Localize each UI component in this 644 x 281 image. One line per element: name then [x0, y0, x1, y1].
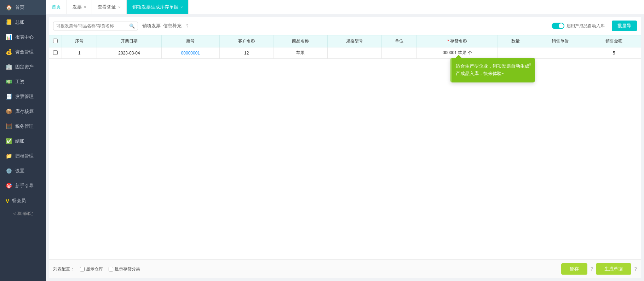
sidebar-item-invoice[interactable]: 🧾 发票管理 [0, 89, 46, 104]
search-icon: 🔍 [129, 23, 135, 29]
ledger-icon: 📒 [6, 19, 12, 25]
select-all-checkbox[interactable] [53, 39, 58, 43]
sidebar-item-label: 归档管理 [15, 153, 34, 159]
header-date: 开票日期 [97, 35, 161, 47]
tax-icon: 🧮 [6, 123, 12, 130]
sidebar-item-tax[interactable]: 🧮 税务管理 [0, 119, 46, 134]
tab-inventory-doc[interactable]: 销项发票生成库存单据 × [127, 0, 189, 14]
sidebar-item-archive[interactable]: 📁 归档管理 [0, 149, 46, 164]
sidebar-item-label: 资金管理 [15, 49, 34, 55]
sidebar-item-assets[interactable]: 🏢 固定资产 [0, 59, 46, 74]
sidebar-item-label: 发票管理 [15, 93, 34, 100]
info-label: 销项发票_信息补充 [142, 23, 182, 29]
tab-inventory-doc-close[interactable]: × [180, 5, 183, 9]
sidebar-item-salary[interactable]: 💵 工资 [0, 74, 46, 89]
search-box[interactable]: 🔍 [53, 22, 138, 30]
table-row: 1 2023-03-04 00000001 12 苹果 000001 苹果 个 … [49, 47, 641, 59]
toggle-label: 启用产成品自动入库 [567, 23, 605, 29]
header-spec: 规格型号 [328, 35, 382, 47]
sidebar-item-funds[interactable]: 💰 资金管理 [0, 45, 46, 59]
sidebar-item-label: 固定资产 [15, 64, 34, 70]
sidebar-item-label: 工资 [15, 79, 24, 85]
data-table: 序号 开票日期 票号 客户名称 商品名称 规格型号 单位 * 存货名称 数量 销… [49, 35, 641, 59]
search-input[interactable] [56, 23, 128, 28]
row-seq: 1 [62, 47, 97, 59]
ticket-no-link[interactable]: 00000001 [181, 51, 200, 56]
show-warehouse-text: 显示仓库 [86, 266, 103, 272]
sidebar-item-label: 设置 [15, 168, 24, 174]
row-unit-price [533, 47, 587, 59]
tab-invoice-close[interactable]: × [84, 5, 86, 9]
funds-icon: 💰 [6, 49, 12, 55]
row-unit [381, 47, 416, 59]
tab-invoice-label: 发票 [73, 4, 82, 10]
sidebar-item-label: 税务管理 [15, 123, 34, 130]
show-category-checkbox[interactable] [109, 267, 113, 271]
header-qty: 数量 [498, 35, 533, 47]
row-product: 苹果 [274, 47, 328, 59]
auto-import-toggle[interactable] [552, 23, 564, 29]
tooltip-close-button[interactable]: × [529, 61, 531, 68]
sidebar-item-home[interactable]: 🏠 首页 [0, 0, 46, 15]
sidebar-item-label: 总账 [15, 19, 24, 25]
invoice-icon: 🧾 [6, 93, 12, 100]
save-button[interactable]: 暂存 [561, 263, 587, 275]
header-ticket-no: 票号 [161, 35, 219, 47]
pin-label: 取消固定 [17, 211, 33, 216]
header-inventory: * 存货名称 [417, 35, 498, 47]
tab-voucher-label: 查看凭证 [98, 4, 116, 10]
sidebar-item-label: 报表中心 [15, 34, 34, 40]
table-container: 序号 开票日期 票号 客户名称 商品名称 规格型号 单位 * 存货名称 数量 销… [49, 35, 641, 259]
row-checkbox[interactable] [53, 50, 58, 55]
save-help-icon[interactable]: ? [590, 266, 593, 272]
sidebar-item-ledger[interactable]: 📒 总账 [0, 15, 46, 30]
sidebar-item-label: 新手引导 [15, 183, 34, 189]
header-amount: 销售金额 [587, 35, 641, 47]
home-icon: 🏠 [6, 4, 12, 11]
tab-inventory-doc-label: 销项发票生成库存单据 [132, 4, 178, 10]
pin-bottom[interactable]: ◁ 取消固定 [0, 208, 46, 219]
show-warehouse-label[interactable]: 显示仓库 [80, 266, 103, 272]
toggle-container: 启用产成品自动入库 [552, 23, 605, 29]
sidebar-item-label: 畅会员 [12, 197, 26, 204]
tab-invoice[interactable]: 发票 × [67, 0, 92, 14]
member-icon: V [6, 198, 9, 204]
tab-home-label: 首页 [52, 4, 61, 10]
tab-voucher[interactable]: 查看凭证 × [92, 0, 126, 14]
sidebar-item-inventory[interactable]: 📦 库存核算 [0, 104, 46, 119]
generate-button[interactable]: 生成单据 [596, 263, 631, 275]
row-amount: 5 [587, 47, 641, 59]
salary-icon: 💵 [6, 79, 12, 85]
header-checkbox-cell [49, 35, 62, 47]
assets-icon: 🏢 [6, 64, 12, 70]
header-seq: 序号 [62, 35, 97, 47]
sidebar-item-guide[interactable]: 🎯 新手引导 [0, 178, 46, 193]
row-customer: 12 [220, 47, 274, 59]
show-category-label[interactable]: 显示存货分类 [109, 266, 140, 272]
sidebar-item-member[interactable]: V 畅会员 [0, 193, 46, 208]
batch-button[interactable]: 批量导 [612, 21, 637, 31]
show-warehouse-checkbox[interactable] [80, 267, 85, 271]
main-area: 首页 发票 × 查看凭证 × 销项发票生成库存单据 × 🔍 销项发票_信息补充 … [46, 0, 644, 281]
header-product: 商品名称 [274, 35, 328, 47]
info-help-icon[interactable]: ? [186, 23, 188, 29]
content-area: 🔍 销项发票_信息补充 ? 启用产成品自动入库 批量导 序号 开票日 [49, 17, 641, 278]
show-category-text: 显示存货分类 [115, 266, 140, 272]
tab-voucher-close[interactable]: × [118, 5, 120, 9]
tooltip-text: 适合生产型企业，销项发票自动生成产成品入库，快来体验~ [456, 63, 529, 76]
guide-icon: 🎯 [6, 183, 12, 189]
bottom-bar: 列表配置： 显示仓库 显示存货分类 暂存 ? 生成单据 ? [49, 259, 641, 278]
settings-icon: ⚙️ [6, 168, 12, 174]
row-qty [498, 47, 533, 59]
list-config-label: 列表配置： [53, 266, 74, 272]
tab-home[interactable]: 首页 [46, 0, 67, 14]
toolbar: 🔍 销项发票_信息补充 ? 启用产成品自动入库 批量导 [49, 17, 641, 35]
sidebar-item-settings[interactable]: ⚙️ 设置 [0, 164, 46, 178]
sidebar-item-reports[interactable]: 📊 报表中心 [0, 30, 46, 45]
archive-icon: 📁 [6, 153, 12, 159]
sidebar-item-label: 结账 [15, 138, 24, 144]
generate-help-icon[interactable]: ? [634, 266, 637, 272]
pin-icon: ◁ [13, 211, 16, 216]
tab-bar: 首页 发票 × 查看凭证 × 销项发票生成库存单据 × [46, 0, 644, 14]
sidebar-item-close[interactable]: ✅ 结账 [0, 134, 46, 149]
